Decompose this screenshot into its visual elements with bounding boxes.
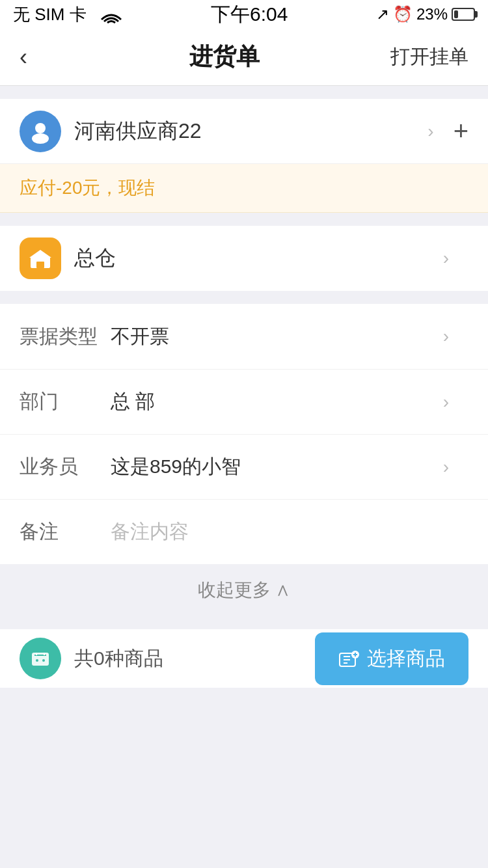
select-product-label: 选择商品 bbox=[367, 645, 445, 672]
remark-label: 备注 bbox=[20, 519, 98, 545]
supplier-card: 河南供应商22 › + 应付-20元，现结 bbox=[0, 99, 488, 213]
supplier-name: 河南供应商22 bbox=[74, 117, 427, 146]
form-row-invoice[interactable]: 票据类型 不开票 › bbox=[0, 304, 488, 369]
supplier-chevron-icon: › bbox=[427, 121, 433, 142]
status-time: 下午6:04 bbox=[211, 1, 288, 28]
add-supplier-button[interactable]: + bbox=[454, 116, 468, 146]
status-left: 无 SIM 卡 bbox=[13, 3, 122, 26]
battery-label: 23% bbox=[416, 5, 448, 23]
form-row-remark[interactable]: 备注 备注内容 bbox=[0, 499, 488, 564]
invoice-chevron-icon: › bbox=[443, 326, 449, 347]
department-chevron-icon: › bbox=[443, 392, 449, 413]
top-divider bbox=[0, 86, 488, 99]
supplier-row[interactable]: 河南供应商22 › + bbox=[0, 99, 488, 164]
sim-wifi-label: 无 SIM 卡 bbox=[13, 3, 122, 26]
open-pending-button[interactable]: 打开挂单 bbox=[390, 44, 468, 70]
salesperson-label: 业务员 bbox=[20, 454, 98, 480]
salesperson-value: 这是859的小智 bbox=[98, 454, 443, 480]
form-card: 票据类型 不开票 › 部门 总 部 › 业务员 这是859的小智 › 备注 备注… bbox=[0, 304, 488, 564]
product-count-label: 共0种商品 bbox=[74, 645, 315, 672]
bottom-bar: 共0种商品 选择商品 bbox=[0, 616, 488, 688]
mid-divider2 bbox=[0, 291, 488, 304]
select-product-button[interactable]: 选择商品 bbox=[315, 632, 468, 685]
salesperson-chevron-icon: › bbox=[443, 457, 449, 478]
select-product-icon bbox=[338, 647, 359, 671]
collapse-label: 收起更多 ∧ bbox=[198, 578, 291, 603]
status-right: ↗ ⏰ 23% bbox=[376, 5, 475, 23]
warehouse-name: 总仓 bbox=[74, 244, 443, 273]
supplier-avatar bbox=[20, 111, 61, 152]
svg-rect-4 bbox=[36, 262, 44, 268]
department-value: 总 部 bbox=[98, 388, 443, 415]
remark-input[interactable]: 备注内容 bbox=[98, 519, 468, 545]
warehouse-chevron-icon: › bbox=[443, 248, 449, 269]
nav-bar: ‹ 进货单 打开挂单 bbox=[0, 29, 488, 86]
svg-point-7 bbox=[42, 659, 45, 662]
page-title: 进货单 bbox=[189, 41, 260, 73]
form-row-department[interactable]: 部门 总 部 › bbox=[0, 369, 488, 434]
alarm-icon: ⏰ bbox=[393, 5, 413, 23]
warehouse-icon bbox=[20, 237, 61, 279]
mid-divider1 bbox=[0, 213, 488, 226]
department-label: 部门 bbox=[20, 388, 98, 415]
invoice-label: 票据类型 bbox=[20, 323, 98, 350]
product-cart-icon bbox=[20, 638, 61, 679]
svg-point-1 bbox=[32, 133, 49, 144]
collapse-button[interactable]: 收起更多 ∧ bbox=[0, 564, 488, 616]
svg-point-6 bbox=[36, 659, 38, 662]
warehouse-card: 总仓 › bbox=[0, 226, 488, 291]
svg-point-0 bbox=[35, 123, 46, 133]
form-row-salesperson[interactable]: 业务员 这是859的小智 › bbox=[0, 434, 488, 499]
battery-icon bbox=[452, 8, 475, 21]
svg-marker-3 bbox=[29, 250, 51, 258]
supplier-notice: 应付-20元，现结 bbox=[0, 164, 488, 213]
location-icon: ↗ bbox=[376, 5, 389, 23]
page-background bbox=[0, 688, 488, 868]
back-button[interactable]: ‹ bbox=[20, 44, 59, 71]
invoice-value: 不开票 bbox=[98, 323, 443, 350]
status-bar: 无 SIM 卡 下午6:04 ↗ ⏰ 23% bbox=[0, 0, 488, 29]
warehouse-row[interactable]: 总仓 › bbox=[0, 226, 488, 291]
